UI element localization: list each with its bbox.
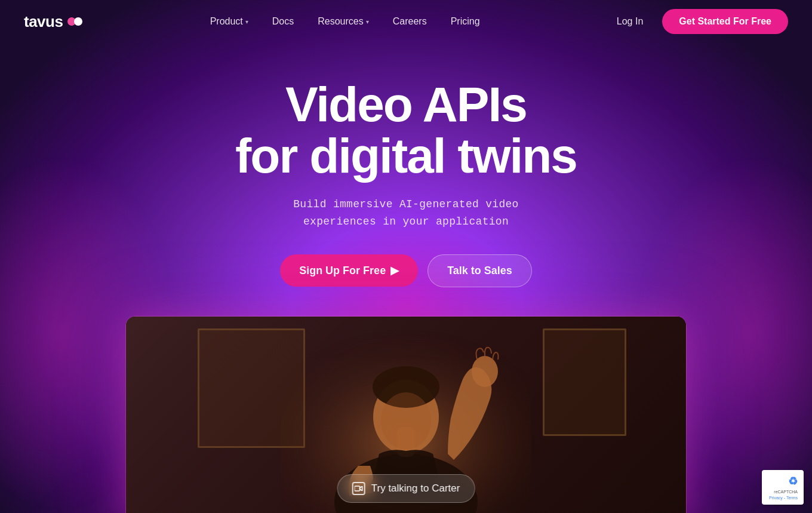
recaptcha-logo: ♻ (788, 475, 798, 488)
nav-item-pricing[interactable]: Pricing (441, 11, 490, 32)
nav-item-resources[interactable]: Resources ▾ (308, 11, 378, 32)
nav-item-product[interactable]: Product ▾ (201, 11, 258, 32)
get-started-button[interactable]: Get Started For Free (662, 9, 788, 34)
recaptcha-links: Privacy - Terms (769, 496, 798, 500)
hero-subtitle: Build immersive AI-generated video exper… (293, 196, 518, 231)
video-camera-icon (352, 482, 365, 495)
talk-to-sales-button[interactable]: Talk to Sales (427, 254, 532, 287)
login-link[interactable]: Log In (607, 11, 653, 32)
nav-right: Log In Get Started For Free (607, 9, 788, 34)
video-inner: Try talking to Carter (126, 317, 686, 513)
svg-rect-7 (355, 486, 360, 491)
recaptcha-badge: ♻ reCAPTCHA Privacy - Terms (762, 470, 804, 505)
play-icon: ▶ (390, 264, 399, 277)
svg-point-6 (472, 356, 498, 387)
nav-item-careers[interactable]: Careers (383, 11, 436, 32)
hero-section: Video APIs for digital twins Build immer… (0, 43, 812, 513)
sign-up-button[interactable]: Sign Up For Free ▶ (280, 254, 418, 287)
hero-title: Video APIs for digital twins (235, 79, 577, 182)
nav-item-docs[interactable]: Docs (263, 11, 303, 32)
logo-text: tavus (24, 13, 63, 31)
video-container: Try talking to Carter (125, 316, 687, 513)
recaptcha-text: reCAPTCHA (774, 489, 798, 494)
svg-point-5 (381, 392, 431, 450)
chevron-down-icon: ▾ (245, 19, 248, 25)
chevron-down-icon-resources: ▾ (366, 19, 369, 25)
nav-links: Product ▾ Docs Resources ▾ Careers Prici… (201, 11, 490, 32)
window-right (543, 328, 626, 436)
logo[interactable]: tavus (24, 13, 82, 31)
carter-button[interactable]: Try talking to Carter (337, 474, 475, 503)
logo-icon (67, 17, 82, 26)
navbar: tavus Product ▾ Docs Resources ▾ Care (0, 0, 812, 43)
logo-dot-white (74, 17, 82, 26)
cta-buttons: Sign Up For Free ▶ Talk to Sales (280, 254, 532, 287)
